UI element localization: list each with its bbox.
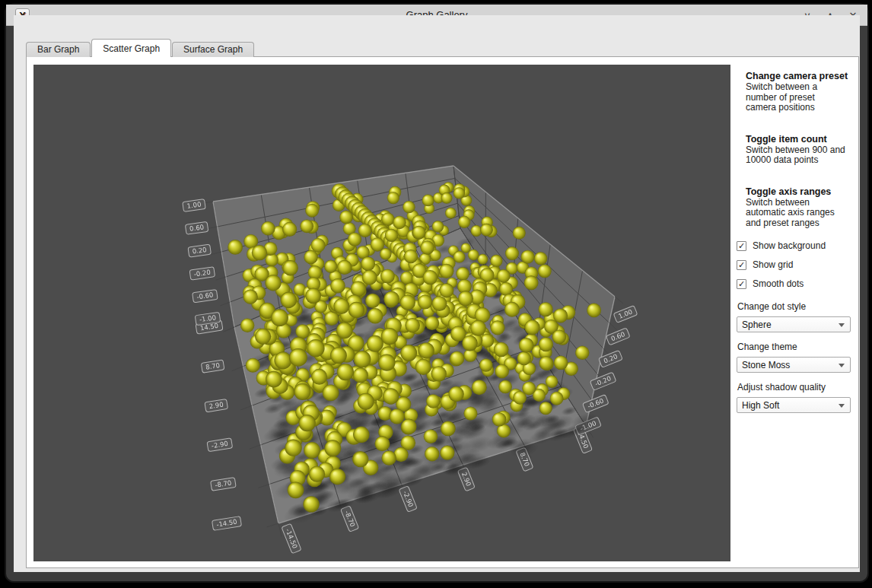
chevron-down-icon <box>839 323 845 327</box>
dot-style-group: Change dot style Sphere <box>737 300 864 338</box>
button-description: Switch between automatic axis ranges and… <box>746 198 848 229</box>
window-content: Bar Graph Scatter Graph Surface Graph Ch… <box>14 15 860 572</box>
button-description: Switch between a number of preset camera… <box>746 82 848 113</box>
tab-scatter-graph[interactable]: Scatter Graph <box>91 39 171 57</box>
dot-style-select[interactable]: Sphere <box>737 316 851 332</box>
app-window: X Graph Gallery ∨ ∧ ✕ Bar Graph Scatter … <box>6 5 867 581</box>
tab-pane: Change camera preset Switch between a nu… <box>26 56 859 568</box>
shadow-quality-label: Adjust shadow quality <box>737 382 864 393</box>
show-grid-checkbox[interactable]: ✓ Show grid <box>737 259 864 270</box>
dot-style-label: Change dot style <box>737 301 864 312</box>
chevron-down-icon <box>839 364 845 367</box>
chevron-down-icon <box>839 404 845 408</box>
show-background-checkbox[interactable]: ✓ Show background <box>737 240 864 251</box>
checkbox-check-icon: ✓ <box>737 260 746 270</box>
button-title: Toggle axis ranges <box>746 186 864 197</box>
theme-select[interactable]: Stone Moss <box>737 357 851 373</box>
checkbox-check-icon: ✓ <box>737 241 746 251</box>
scatter-3d-view[interactable] <box>33 65 730 561</box>
theme-label: Change theme <box>737 342 864 352</box>
checkbox-check-icon: ✓ <box>737 279 746 289</box>
toggle-axis-ranges-button[interactable]: Toggle axis ranges Switch between automa… <box>746 186 864 229</box>
theme-group: Change theme Stone Moss <box>737 340 864 378</box>
tab-bar: Bar Graph Scatter Graph Surface Graph <box>26 39 255 57</box>
toggle-item-count-button[interactable]: Toggle item count Switch between 900 and… <box>746 134 864 166</box>
change-camera-preset-button[interactable]: Change camera preset Switch between a nu… <box>746 71 864 113</box>
shadow-quality-select[interactable]: High Soft <box>737 397 851 413</box>
tab-surface-graph[interactable]: Surface Graph <box>172 42 254 57</box>
shadow-quality-group: Adjust shadow quality High Soft <box>737 380 864 418</box>
controls-panel: Change camera preset Switch between a nu… <box>737 71 864 418</box>
button-title: Change camera preset <box>746 71 864 81</box>
button-title: Toggle item count <box>746 134 864 145</box>
button-description: Switch between 900 and 10000 data points <box>746 145 848 166</box>
tab-bar-graph[interactable]: Bar Graph <box>26 42 91 57</box>
smooth-dots-checkbox[interactable]: ✓ Smooth dots <box>737 278 864 289</box>
